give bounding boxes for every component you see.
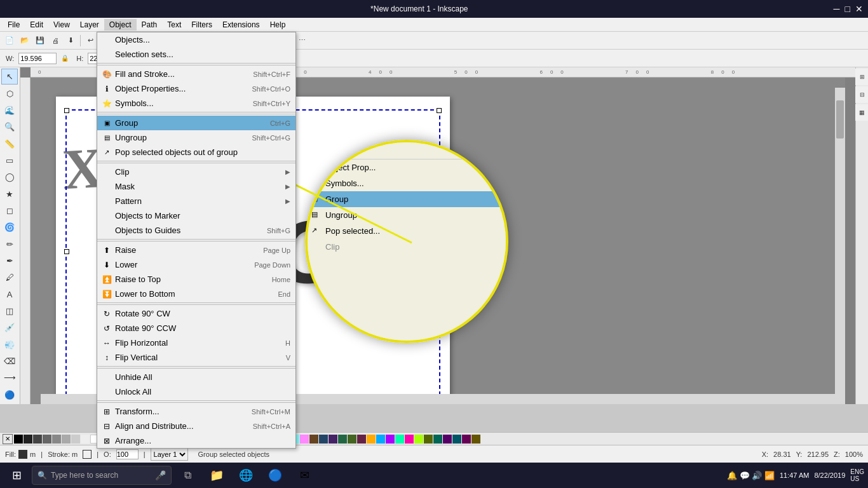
tool-bezier[interactable]: ✒ [1,253,18,269]
menu-item-raise[interactable]: ⬆ Raise Page Up [97,243,295,257]
menu-item-ungroup[interactable]: ▤ Ungroup Shift+Ctrl+G [97,130,295,145]
palette-color[interactable] [433,435,442,444]
tool-select[interactable]: ↖ [1,69,18,85]
palette-color[interactable] [386,435,395,444]
menu-item-lower-to-bottom[interactable]: ⏬ Lower to Bottom End [97,287,295,303]
menu-edit[interactable]: Edit [25,19,48,30]
palette-color[interactable] [24,435,32,444]
tool-eraser[interactable]: ⌫ [1,353,18,369]
tool-connector[interactable]: ⟶ [1,370,18,386]
menu-item-flip-h[interactable]: ↔ Flip Horizontal H [97,336,295,350]
palette-x[interactable]: ✕ [3,434,13,444]
menu-item-transform[interactable]: ⊞ Transform... Shift+Ctrl+M [97,404,295,419]
tool-node[interactable]: ⬡ [1,85,18,101]
palette-color[interactable] [405,435,414,444]
palette-color[interactable] [62,435,71,444]
menu-item-rotate-ccw[interactable]: ↺ Rotate 90° CCW [97,321,295,336]
menu-item-clip[interactable]: Clip ▶ [97,165,295,179]
menu-item-objects-to-marker[interactable]: Objects to Marker [97,208,295,223]
toolbar-more[interactable]: ⋯ [295,34,309,48]
palette-color[interactable] [367,435,376,444]
tool-measure[interactable]: 📏 [1,135,18,151]
palette-color[interactable] [443,435,452,444]
menu-item-unlock-all[interactable]: Unlock All [97,384,295,401]
menu-item-lower[interactable]: ⬇ Lower Page Down [97,257,295,272]
palette-color[interactable] [376,435,385,444]
scrollbar-vertical[interactable] [835,88,845,404]
tool-dropper[interactable]: 💉 [1,320,18,336]
menu-layer[interactable]: Layer [75,19,104,30]
snap-icon-2[interactable]: ⊟ [854,86,869,103]
menu-item-arrange[interactable]: ⊠ Arrange... [97,433,295,448]
palette-color[interactable] [319,435,328,444]
tool-pencil[interactable]: ✏ [1,236,18,252]
tool-ellipse[interactable]: ◯ [1,169,18,185]
tool-spiral[interactable]: 🌀 [1,219,18,235]
menu-item-flip-v[interactable]: ↕ Flip Vertical V [97,350,295,367]
menu-item-pattern[interactable]: Pattern ▶ [97,194,295,208]
tool-spray[interactable]: 💨 [1,337,18,353]
tool-dropper2[interactable]: 🔵 [1,387,18,403]
scrollbar-v-thumb[interactable] [836,100,844,139]
menu-item-symbols[interactable]: ⭐ Symbols... Shift+Ctrl+Y [97,96,295,112]
close-button[interactable]: ✕ [855,4,863,14]
toolbar-width-input[interactable] [18,53,57,64]
tool-gradient[interactable]: ◫ [1,303,18,319]
palette-color[interactable] [414,435,423,444]
taskbar-app-ie[interactable]: 🔵 [262,464,288,487]
menu-item-group[interactable]: ▣ Group Ctrl+G [97,116,295,130]
palette-color[interactable] [81,435,90,444]
palette-color[interactable] [14,435,23,444]
palette-color[interactable] [357,435,366,444]
tool-zoom[interactable]: 🔍 [1,119,18,135]
microphone-icon[interactable]: 🎤 [155,470,166,480]
palette-color[interactable] [348,435,356,444]
maximize-button[interactable]: □ [845,4,850,14]
menu-item-mask[interactable]: Mask ▶ [97,179,295,194]
menu-item-object-properties[interactable]: ℹ Object Properties... Shift+Ctrl+O [97,81,295,96]
start-button[interactable]: ⊞ [4,464,29,487]
palette-color[interactable] [424,435,433,444]
tool-tweak[interactable]: 🌊 [1,102,18,118]
toolbar-print[interactable]: 🖨 [48,34,62,48]
menu-file[interactable]: File [3,19,25,30]
minimize-button[interactable]: ─ [834,4,840,14]
menu-item-objects-to-guides[interactable]: Objects to Guides Shift+G [97,223,295,240]
zoom-item-symbols[interactable]: ⭐ Symbols... [308,175,506,191]
palette-color[interactable] [71,435,80,444]
snap-icon-3[interactable]: ▦ [854,104,869,121]
palette-color[interactable] [452,435,461,444]
zoom-item-pop-selected[interactable]: ↗ Pop selected... [308,223,506,239]
zoom-item-object-prop[interactable]: ℹ Object Prop... [308,159,506,175]
menu-item-fill-stroke[interactable]: 🎨 Fill and Stroke... Shift+Ctrl+F [97,67,295,81]
palette-color[interactable] [471,435,480,444]
menu-item-raise-to-top[interactable]: ⏫ Raise to Top Home [97,272,295,287]
menu-help[interactable]: Help [265,19,291,30]
palette-color[interactable] [300,435,309,444]
layer-select[interactable]: Layer 1 [151,448,188,461]
menu-item-rotate-cw[interactable]: ↻ Rotate 90° CW [97,306,295,321]
palette-color[interactable] [43,435,51,444]
tool-rect[interactable]: ▭ [1,152,18,168]
tool-calligraphy[interactable]: 🖊 [1,269,18,285]
toolbar-save[interactable]: 💾 [33,34,47,48]
menu-item-selection-sets[interactable]: Selection sets... [97,47,295,64]
menu-item-align[interactable]: ⊟ Align and Distribute... Shift+Ctrl+A [97,419,295,433]
taskbar-search-box[interactable]: 🔍 Type here to search 🎤 [32,466,172,485]
snap-icon-1[interactable]: ⊞ [854,69,869,85]
taskbar-app-chrome[interactable]: 🌐 [233,464,259,487]
toolbar-import[interactable]: ⬇ [64,34,78,48]
menu-item-unhide-all[interactable]: Unhide All [97,370,295,384]
menu-object[interactable]: Object [104,19,137,30]
menu-item-pop-selected[interactable]: ↗ Pop selected objects out of group [97,145,295,161]
tool-star[interactable]: ★ [1,186,18,201]
menu-path[interactable]: Path [137,19,163,30]
palette-color[interactable] [33,435,42,444]
zoom-item-group[interactable]: ▣ Group [308,191,506,207]
menu-extensions[interactable]: Extensions [217,19,265,30]
toolbar-new[interactable]: 📄 [3,34,17,48]
menu-view[interactable]: View [48,19,75,30]
palette-color[interactable] [338,435,347,444]
tool-3d[interactable]: ◻ [1,203,18,219]
taskbar-app-mail[interactable]: ✉ [291,464,318,487]
